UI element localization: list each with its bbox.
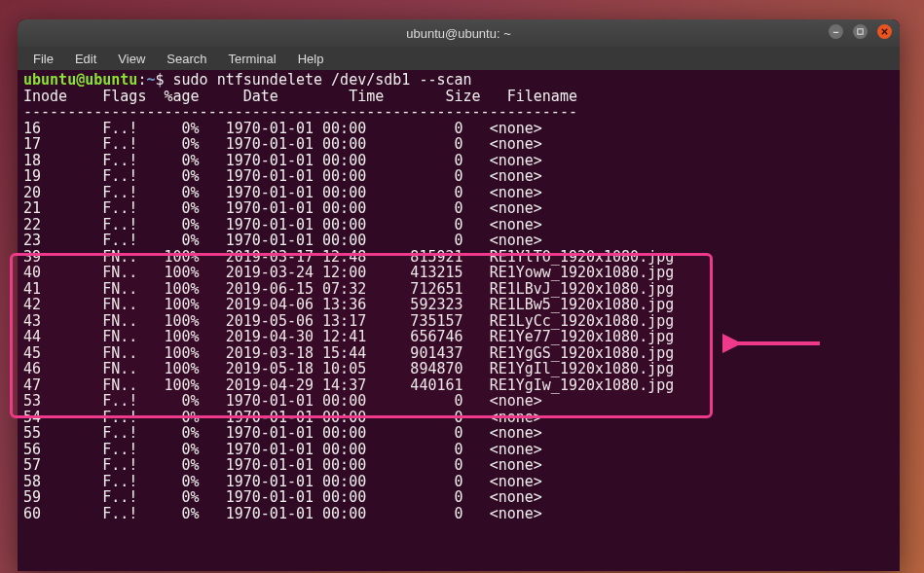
svg-rect-1: [858, 29, 863, 34]
maximize-button[interactable]: [853, 24, 868, 39]
menu-edit[interactable]: Edit: [65, 49, 106, 69]
window-controls: [829, 24, 892, 39]
titlebar[interactable]: ubuntu@ubuntu: ~: [18, 19, 900, 47]
menubar: File Edit View Search Terminal Help: [18, 47, 900, 70]
menu-help[interactable]: Help: [288, 49, 334, 69]
menu-search[interactable]: Search: [157, 49, 216, 69]
minimize-icon: [832, 27, 840, 36]
close-icon: [880, 27, 889, 36]
close-button[interactable]: [877, 24, 892, 39]
minimize-button[interactable]: [829, 24, 843, 39]
terminal-window: ubuntu@ubuntu: ~ File Edit View Search T…: [18, 19, 900, 571]
menu-file[interactable]: File: [23, 49, 63, 69]
menu-terminal[interactable]: Terminal: [219, 49, 286, 69]
terminal-output[interactable]: ubuntu@ubuntu:~$ sudo ntfsundelete /dev/…: [18, 70, 900, 523]
menu-view[interactable]: View: [108, 49, 155, 69]
maximize-icon: [856, 27, 865, 36]
window-title: ubuntu@ubuntu: ~: [406, 26, 511, 41]
